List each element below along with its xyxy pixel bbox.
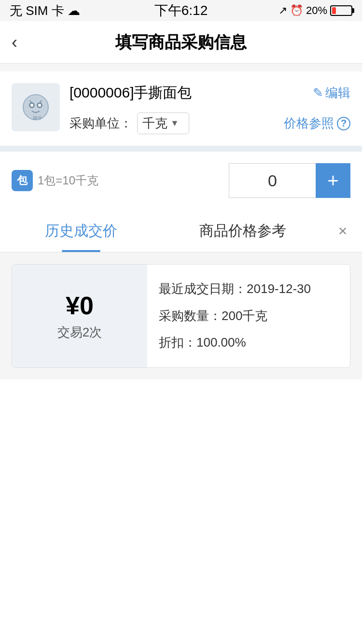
product-name: [0000006]手撕面包 bbox=[70, 83, 192, 103]
unit-conversion-text: 1包=10千克 bbox=[38, 173, 98, 188]
unit-badge: 包 bbox=[12, 170, 33, 191]
price-value: ¥0 bbox=[66, 291, 94, 320]
quantity-value: 200千克 bbox=[222, 308, 267, 323]
recent-date-row: 最近成交日期：2019-12-30 bbox=[159, 279, 338, 299]
section-divider bbox=[0, 146, 362, 152]
price-transactions: 交易2次 bbox=[57, 324, 102, 341]
edit-button[interactable]: ✎ 编辑 bbox=[313, 84, 350, 101]
quantity-label: 采购数量： bbox=[159, 308, 222, 323]
product-section: 耕牛 [0000006]手撕面包 ✎ 编辑 采购单位： 千克 ▼ bbox=[0, 71, 362, 146]
nav-bar: ‹ 填写商品采购信息 bbox=[0, 21, 362, 64]
bottom-space bbox=[0, 379, 362, 644]
product-thumbnail: 耕牛 bbox=[12, 83, 60, 131]
price-card-right: 最近成交日期：2019-12-30 采购数量：200千克 折扣：100.00% bbox=[147, 265, 350, 367]
discount-row: 折扣：100.00% bbox=[159, 333, 338, 353]
status-bar: 无 SIM 卡 ☁ 下午6:12 ↗ ⏰ 20% bbox=[0, 0, 362, 21]
product-details: [0000006]手撕面包 ✎ 编辑 采购单位： 千克 ▼ 价格参照 ? bbox=[70, 83, 350, 134]
purchase-unit-label: 采购单位： bbox=[70, 115, 132, 132]
discount-label: 折扣： bbox=[159, 335, 196, 350]
alarm-icon: ⏰ bbox=[290, 4, 303, 17]
status-right-icons: ↗ ⏰ 20% bbox=[278, 4, 352, 17]
recent-date-label: 最近成交日期： bbox=[159, 281, 247, 296]
tab-product-price-ref[interactable]: 商品价格参考 bbox=[162, 210, 323, 252]
unit-info: 包 1包=10千克 bbox=[12, 170, 98, 191]
tab-close-button[interactable]: × bbox=[323, 210, 362, 252]
battery-percent: 20% bbox=[306, 4, 327, 17]
page-title: 填写商品采购信息 bbox=[115, 31, 247, 54]
quantity-input[interactable] bbox=[229, 163, 316, 198]
tab-history-price[interactable]: 历史成交价 bbox=[0, 210, 162, 252]
quantity-row: 采购数量：200千克 bbox=[159, 306, 338, 326]
svg-point-4 bbox=[38, 104, 41, 107]
recent-date-value: 2019-12-30 bbox=[247, 281, 311, 296]
tab-product-price-ref-label: 商品价格参考 bbox=[199, 221, 286, 241]
unit-select-value: 千克 bbox=[142, 115, 167, 132]
tabs-section: 历史成交价 商品价格参考 × ¥0 交易2次 最近成交日期：2019-12-30… bbox=[0, 210, 362, 379]
tab-history-price-label: 历史成交价 bbox=[45, 221, 117, 241]
edit-icon: ✎ bbox=[313, 85, 323, 100]
location-icon: ↗ bbox=[278, 4, 287, 17]
unit-select-dropdown[interactable]: 千克 ▼ bbox=[137, 112, 189, 134]
price-amount: 0 bbox=[80, 292, 94, 320]
battery-icon bbox=[330, 5, 352, 16]
edit-label: 编辑 bbox=[325, 84, 350, 101]
tabs-header: 历史成交价 商品价格参考 × bbox=[0, 210, 362, 252]
price-reference-button[interactable]: 价格参照 ? bbox=[284, 115, 350, 132]
discount-value: 100.00% bbox=[196, 335, 246, 350]
price-card-left: ¥0 交易2次 bbox=[12, 265, 147, 367]
svg-point-3 bbox=[30, 104, 33, 107]
product-logo-icon: 耕牛 bbox=[21, 93, 50, 122]
price-ref-label: 价格参照 bbox=[284, 115, 334, 132]
price-cards-container: ¥0 交易2次 最近成交日期：2019-12-30 采购数量：200千克 折扣：… bbox=[0, 252, 362, 379]
status-network: 无 SIM 卡 ☁ bbox=[10, 2, 80, 19]
quantity-section: 包 1包=10千克 + bbox=[0, 152, 362, 210]
price-currency-symbol: ¥ bbox=[66, 292, 80, 320]
quantity-control: + bbox=[229, 163, 350, 198]
info-icon: ? bbox=[337, 117, 350, 130]
svg-text:耕牛: 耕牛 bbox=[33, 115, 42, 121]
back-button[interactable]: ‹ bbox=[12, 32, 17, 53]
price-card: ¥0 交易2次 最近成交日期：2019-12-30 采购数量：200千克 折扣：… bbox=[12, 264, 350, 368]
quantity-plus-button[interactable]: + bbox=[316, 163, 350, 198]
dropdown-arrow-icon: ▼ bbox=[170, 118, 179, 128]
status-time: 下午6:12 bbox=[154, 1, 208, 20]
